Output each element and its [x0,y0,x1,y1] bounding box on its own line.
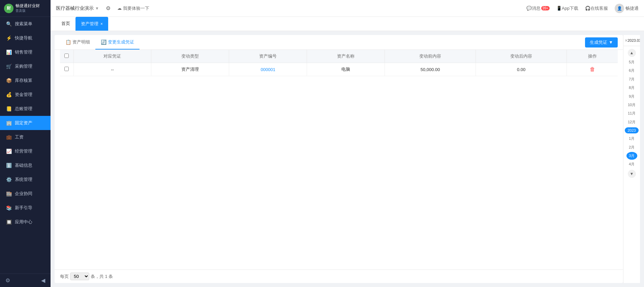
cell-action: 🗑 [567,63,618,76]
app-icon: 📱 [556,6,562,11]
timeline-month-6[interactable]: 6月 [626,67,637,74]
total-label: 条，共 1 条 [91,274,113,280]
company-name: 医疗器械行业演示 [56,5,94,11]
col-action: 操作 [567,50,618,63]
logo-icon: 财 [4,4,13,13]
col-change-type: 变动类型 [151,50,229,63]
page-tabs: 首页 资产管理 × [51,17,644,31]
timeline-month-4[interactable]: 4月 [626,160,637,168]
sidebar-item-quicknav[interactable]: ⚡ 快捷导航 [0,31,51,45]
home-tab-label: 首页 [61,21,70,27]
sidebar-item-funds[interactable]: 💰 资金管理 [0,88,51,102]
trial-button[interactable]: ☁ 我要体验一下 [117,5,149,11]
row-checkbox[interactable] [64,67,69,71]
sidebar-item-label: 企业协同 [15,191,32,197]
per-page-select[interactable]: 20 50 100 [70,273,89,280]
customer-service-button[interactable]: 🎧 在线客服 [585,5,608,11]
timeline-month-1[interactable]: 1月 [626,135,637,142]
sidebar-item-label: 基础信息 [15,162,32,168]
timeline-nav-down[interactable]: ▼ [628,170,636,178]
sales-icon: 📊 [5,50,12,55]
company-selector[interactable]: 医疗器械行业演示 ▼ [56,5,99,11]
delete-row-icon[interactable]: 🗑 [590,66,595,72]
user-menu[interactable]: 👤 畅捷通 [615,4,639,13]
sidebar-item-fixed-assets[interactable]: 🏢 固定资产 [0,116,51,130]
sidebar-bottom: ⚙ ◀ [0,274,51,287]
timeline-month-8[interactable]: 8月 [626,84,637,92]
sidebar-item-system[interactable]: ⚙️ 系统管理 [0,172,51,187]
asset-table: 对应凭证 变动类型 资产编号 资产名称 变动前内容 变动后内容 操作 [60,50,618,76]
company-arrow-icon: ▼ [95,6,99,11]
sidebar-item-apps[interactable]: 🔲 应用中心 [0,215,51,229]
sidebar-item-purchase[interactable]: 🛒 采购管理 [0,59,51,73]
sidebar-logo: 财 畅捷通好业财 普及版 [0,0,51,17]
timeline-month-5[interactable]: 5月 [626,58,637,66]
sidebar-item-guide[interactable]: 📚 新手引导 [0,201,51,215]
tab-close-icon[interactable]: × [100,22,103,26]
cell-before-content: 50,000.00 [385,63,476,76]
main-card: 📋 资产明细 🔄 变更生成凭证 生成凭证 ▼ [55,35,623,283]
timeline-month-7[interactable]: 7月 [626,75,637,83]
row-checkbox-cell [60,63,73,76]
select-all-checkbox[interactable] [64,54,69,58]
tab-home[interactable]: 首页 [56,17,75,31]
tab-asset-management[interactable]: 资产管理 × [75,17,108,31]
apps-icon: 🔲 [5,219,12,225]
select-all-header [60,50,73,63]
fixed-assets-icon: 🏢 [5,120,12,126]
sidebar-item-label: 应用中心 [15,219,32,225]
timeline-nav-up[interactable]: ▲ [628,49,636,57]
timeline-month-9[interactable]: 9月 [626,93,637,100]
detail-tab-label: 资产明细 [72,39,90,45]
message-icon: 💬 [526,6,532,11]
logo-sub: 普及版 [16,8,40,13]
sidebar-item-payroll[interactable]: 💼 工资 [0,130,51,144]
active-tab-label: 资产管理 [81,21,98,27]
app-download-button[interactable]: 📱 App下载 [556,5,578,11]
quicknav-icon: ⚡ [5,35,12,41]
generate-arrow-icon: ▼ [609,40,613,45]
sidebar-item-label: 工资 [15,134,24,140]
sidebar-item-basic-info[interactable]: ℹ️ 基础信息 [0,158,51,172]
app-download-label: App下载 [562,5,578,11]
message-button[interactable]: 💬 消息 99+ [526,5,550,11]
sub-tab-asset-detail[interactable]: 📋 资产明细 [60,35,95,50]
user-label: 畅捷通 [625,5,639,11]
timeline-month-12[interactable]: 12月 [626,118,637,126]
col-asset-name: 资产名称 [307,50,385,63]
settings-bottom-icon[interactable]: ⚙ [5,277,10,284]
generate-voucher-button[interactable]: 生成凭证 ▼ [585,37,618,47]
table-wrapper: 对应凭证 变动类型 资产编号 资产名称 变动前内容 变动后内容 操作 [55,50,623,269]
collapse-sidebar-icon[interactable]: ◀ [41,277,45,284]
timeline-month-11[interactable]: 11月 [626,109,637,117]
sidebar-item-operations[interactable]: 📈 经营管理 [0,144,51,158]
sidebar-item-ledger[interactable]: 📒 总账管理 [0,102,51,116]
sidebar-item-inventory[interactable]: 📦 库存核算 [0,73,51,88]
col-before-content: 变动前内容 [385,50,476,63]
main-area: 医疗器械行业演示 ▼ ⚙ ☁ 我要体验一下 💬 消息 99+ 📱 App下载 🎧… [51,0,644,287]
sub-tabs: 📋 资产明细 🔄 变更生成凭证 生成凭证 ▼ [55,35,623,50]
customer-service-label: 在线客服 [590,5,608,11]
avatar: 👤 [615,4,624,13]
topbar-settings-icon[interactable]: ⚙ [106,5,111,11]
right-panel-close-icon[interactable]: × [625,38,627,43]
sidebar-item-label: 系统管理 [15,177,32,183]
guide-icon: 📚 [5,205,12,211]
col-after-content: 变动后内容 [476,50,567,63]
timeline-scroll[interactable]: ▲ 5月 6月 7月 8月 9月 10月 11月 12月 2023 1月 2月 … [623,46,640,283]
timeline-year-2023: 2023 [625,127,639,133]
timeline-month-10[interactable]: 10月 [626,101,637,109]
timeline-month-2[interactable]: 2月 [626,144,637,151]
cell-after-content: 0.00 [476,63,567,76]
topbar-right: 💬 消息 99+ 📱 App下载 🎧 在线客服 👤 畅捷通 [526,4,639,13]
sidebar-item-label: 资金管理 [15,92,32,98]
service-icon: 🎧 [585,6,590,11]
timeline-month-3-active[interactable]: 3月 [626,152,637,160]
sidebar-item-label: 经营管理 [15,148,32,154]
sidebar-item-search[interactable]: 🔍 搜索菜单 [0,17,51,31]
cloud-icon: ☁ [117,6,122,11]
sub-tab-change-voucher[interactable]: 🔄 变更生成凭证 [95,35,140,50]
ledger-icon: 📒 [5,106,12,111]
sidebar-item-enterprise[interactable]: 🏬 企业协同 [0,187,51,201]
sidebar-item-sales[interactable]: 📊 销售管理 [0,45,51,59]
